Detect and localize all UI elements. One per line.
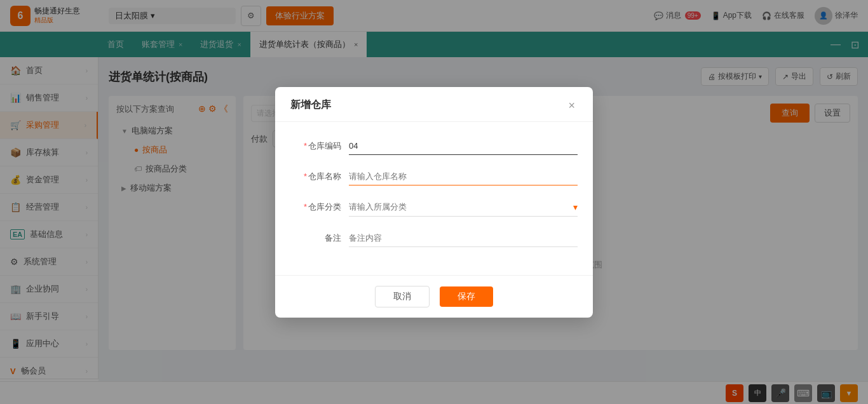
- required-star-category: *: [304, 202, 307, 212]
- warehouse-category-input[interactable]: [349, 202, 573, 212]
- remark-label: 备注: [290, 232, 341, 244]
- warehouse-name-label: *仓库名称: [290, 171, 341, 182]
- modal-title: 新增仓库: [290, 98, 331, 112]
- modal-header: 新增仓库 ×: [275, 87, 593, 122]
- remark-input[interactable]: [349, 229, 578, 247]
- warehouse-name-input[interactable]: [349, 168, 578, 185]
- modal-body: *仓库编码 *仓库名称 *仓库分类 ▾: [275, 122, 593, 275]
- cancel-button[interactable]: 取消: [375, 286, 430, 307]
- category-dropdown-icon: ▾: [573, 202, 578, 212]
- warehouse-code-input[interactable]: [349, 137, 578, 155]
- warehouse-category-label: *仓库分类: [290, 201, 341, 213]
- required-star-code: *: [304, 141, 307, 151]
- new-warehouse-modal: 新增仓库 × *仓库编码 *仓库名称 *仓库分类: [275, 87, 593, 318]
- form-row-name: *仓库名称: [290, 168, 578, 185]
- form-row-category: *仓库分类 ▾: [290, 198, 578, 217]
- modal-close-button[interactable]: ×: [566, 98, 578, 112]
- form-row-code: *仓库编码: [290, 137, 578, 155]
- warehouse-category-select[interactable]: ▾: [349, 198, 578, 217]
- modal-footer: 取消 保存: [275, 275, 593, 318]
- modal-overlay: 新增仓库 × *仓库编码 *仓库名称 *仓库分类: [0, 0, 868, 404]
- save-button[interactable]: 保存: [440, 286, 493, 307]
- required-star-name: *: [304, 172, 307, 181]
- form-row-remark: 备注: [290, 229, 578, 247]
- warehouse-code-label: *仓库编码: [290, 140, 341, 152]
